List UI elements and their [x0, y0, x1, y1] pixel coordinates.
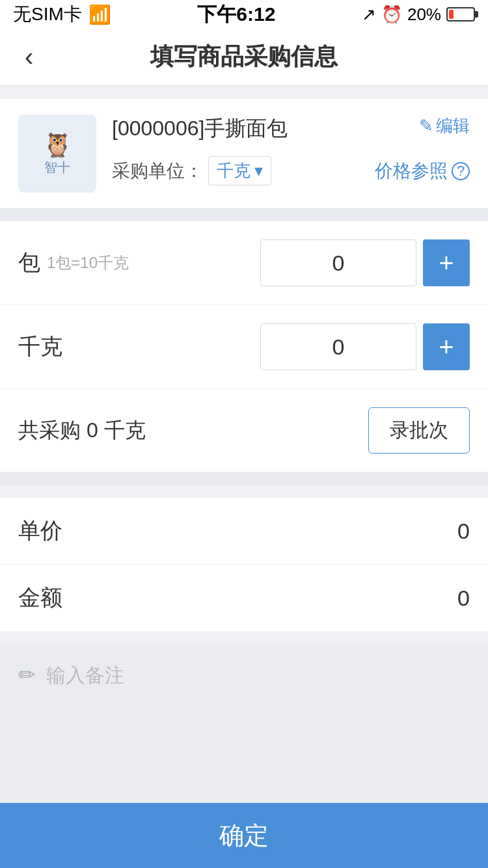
- edit-button[interactable]: ✎ 编辑: [419, 115, 470, 137]
- remark-placeholder: 输入备注: [46, 662, 124, 689]
- location-icon: ↗: [362, 5, 376, 25]
- product-name: [0000006]手撕面包: [112, 115, 288, 143]
- battery-text: 20%: [407, 5, 441, 25]
- quantity-kg-value: 0: [332, 334, 345, 360]
- price-section: 单价 0 金额 0: [0, 498, 488, 631]
- product-header: [0000006]手撕面包 ✎ 编辑: [112, 115, 470, 143]
- amount-label: 金额: [18, 583, 62, 613]
- unit-price-value: 0: [457, 519, 470, 544]
- status-bar: 无SIM卡 📶 下午6:12 ↗ ⏰ 20%: [0, 0, 488, 29]
- unit-label: 采购单位：: [112, 159, 203, 183]
- help-icon: ?: [452, 162, 470, 180]
- divider-2: [0, 472, 488, 485]
- record-batch-button[interactable]: 录批次: [368, 407, 470, 454]
- alarm-icon: ⏰: [381, 5, 402, 25]
- quantity-row-kg: 千克 0 +: [0, 305, 488, 389]
- quantity-row-bag: 包 1包=10千克 0 +: [0, 221, 488, 305]
- quantity-section: 包 1包=10千克 0 + 千克 0 +: [0, 221, 488, 389]
- product-image: 🦉 智十: [18, 115, 96, 193]
- pencil-icon: ✏: [18, 662, 36, 687]
- edit-label: 编辑: [436, 115, 470, 137]
- total-text: 共采购 0 千克: [18, 416, 146, 445]
- carrier-text: 无SIM卡: [13, 2, 82, 27]
- divider-1: [0, 208, 488, 221]
- quantity-bag-value: 0: [332, 251, 345, 276]
- battery-icon: [446, 7, 475, 21]
- product-logo: 🦉 智十: [43, 131, 72, 176]
- wifi-icon: 📶: [88, 4, 111, 25]
- quantity-kg-input[interactable]: 0: [260, 323, 416, 370]
- remark-section[interactable]: ✏ 输入备注: [0, 644, 488, 748]
- unit-price-row: 单价 0: [0, 498, 488, 565]
- nav-bar: ‹ 填写商品采购信息: [0, 29, 488, 86]
- edit-icon: ✎: [419, 116, 433, 136]
- confirm-button[interactable]: 确定: [0, 803, 488, 868]
- amount-value: 0: [457, 586, 470, 611]
- back-button[interactable]: ‹: [18, 36, 40, 78]
- amount-row: 金额 0: [0, 565, 488, 631]
- product-unit-row: 采购单位： 千克 ▾ 价格参照 ?: [112, 156, 470, 185]
- total-label: 共采购: [18, 418, 81, 442]
- status-left: 无SIM卡 📶: [13, 2, 111, 27]
- product-card: 🦉 智十 [0000006]手撕面包 ✎ 编辑 采购单位： 千克 ▾ 价格参照 …: [0, 99, 488, 208]
- price-ref-label: 价格参照: [375, 159, 448, 183]
- unit-value: 千克: [217, 159, 251, 182]
- total-row: 共采购 0 千克 录批次: [0, 389, 488, 472]
- unit-price-label: 单价: [18, 516, 62, 546]
- unit-kg-label: 千克: [18, 332, 62, 362]
- chevron-down-icon: ▾: [254, 161, 263, 181]
- unit-select[interactable]: 千克 ▾: [208, 156, 271, 185]
- unit-bag-label: 包: [18, 248, 40, 278]
- unit-bag-hint: 1包=10千克: [47, 252, 129, 273]
- product-info: [0000006]手撕面包 ✎ 编辑 采购单位： 千克 ▾ 价格参照 ?: [112, 115, 470, 185]
- status-right: ↗ ⏰ 20%: [362, 5, 475, 25]
- status-time: 下午6:12: [197, 1, 275, 28]
- quantity-kg-plus-button[interactable]: +: [423, 323, 470, 370]
- quantity-bag-input[interactable]: 0: [260, 239, 416, 286]
- price-ref-button[interactable]: 价格参照 ?: [375, 159, 470, 183]
- quantity-bag-plus-button[interactable]: +: [423, 239, 470, 286]
- page-title: 填写商品采购信息: [150, 41, 338, 73]
